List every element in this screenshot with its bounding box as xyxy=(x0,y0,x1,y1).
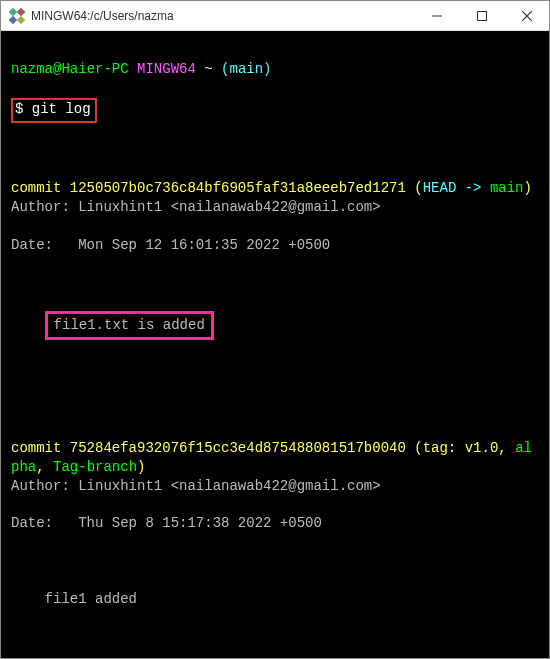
window-controls xyxy=(414,1,549,30)
ref-tag: tag: v1.0 xyxy=(423,440,499,456)
commit-date: Date: Thu Sep 8 15:17:38 2022 +0500 xyxy=(11,514,539,533)
ref-branch: main xyxy=(490,180,524,196)
commit-hash: 75284efa932076f15cc3e4d875488081517b0040 xyxy=(70,440,406,456)
prompt-line: nazma@Haier-PC MINGW64 ~ (main) xyxy=(11,60,539,79)
app-icon xyxy=(9,8,25,24)
ref-head: HEAD -> xyxy=(423,180,490,196)
close-button[interactable] xyxy=(504,1,549,30)
commit-word: commit xyxy=(11,180,70,196)
svg-rect-1 xyxy=(17,8,25,16)
command-highlight: $ git log xyxy=(11,98,97,123)
prompt-ps1: $ xyxy=(15,101,23,117)
commit-word: commit xyxy=(11,440,70,456)
prompt-path: ~ xyxy=(204,61,212,77)
terminal-area[interactable]: nazma@Haier-PC MINGW64 ~ (main) $ git lo… xyxy=(1,31,549,659)
svg-rect-2 xyxy=(9,15,17,23)
window-title: MINGW64:/c/Users/nazma xyxy=(31,9,414,23)
commit-entry: commit 75284efa932076f15cc3e4d8754880815… xyxy=(11,420,539,628)
command-line: $ git log xyxy=(11,98,539,123)
commit-message: file1 added xyxy=(11,590,539,609)
commit-message: file1.txt is added xyxy=(45,311,214,340)
svg-rect-3 xyxy=(17,15,25,23)
ref-tagbranch: Tag-branch xyxy=(53,459,137,475)
prompt-branch: (main) xyxy=(221,61,271,77)
prompt-host: Haier-PC xyxy=(61,61,128,77)
svg-rect-0 xyxy=(9,8,17,16)
commit-entry: commit 1250507b0c736c84bf6905faf31a8eeeb… xyxy=(11,160,539,359)
commit-date: Date: Mon Sep 12 16:01:35 2022 +0500 xyxy=(11,236,539,255)
command-text: git log xyxy=(32,101,91,117)
commit-hash: 1250507b0c736c84bf6905faf31a8eeeb7ed1271 xyxy=(70,180,406,196)
commit-author: Author: Linuxhint1 <nailanawab422@gmail.… xyxy=(11,198,539,217)
commit-author: Author: Linuxhint1 <nailanawab422@gmail.… xyxy=(11,477,539,496)
prompt-user: nazma xyxy=(11,61,53,77)
window-titlebar: MINGW64:/c/Users/nazma xyxy=(1,1,549,31)
svg-rect-5 xyxy=(477,11,486,20)
minimize-button[interactable] xyxy=(414,1,459,30)
prompt-env: MINGW64 xyxy=(137,61,196,77)
maximize-button[interactable] xyxy=(459,1,504,30)
commit-message-row: file1.txt is added xyxy=(11,311,539,340)
